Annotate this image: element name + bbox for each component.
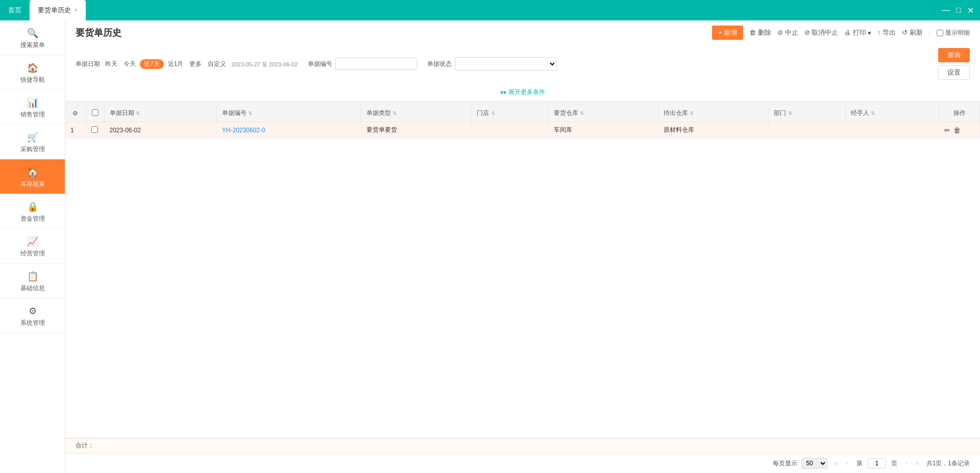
purchase-icon: 🛒 (27, 132, 38, 143)
tab-requisition-history[interactable]: 要货单历史 × (30, 0, 86, 20)
td-dept (769, 122, 846, 138)
sales-icon: 📊 (27, 97, 38, 108)
date-filter-label: 单据日期 (76, 60, 100, 68)
docno-link[interactable]: YH-20230602-0 (222, 127, 265, 134)
td-ops: ✏ 🗑 (939, 122, 980, 138)
th-docno[interactable]: 单据编号 ⇅ (216, 105, 361, 122)
query-button[interactable]: 查询 (938, 48, 970, 62)
sort-req-warehouse-icon: ⇅ (580, 110, 584, 116)
window-controls: — □ ✕ (942, 6, 980, 15)
per-page-select[interactable]: 50 10 20 100 (801, 458, 827, 469)
td-handler (846, 122, 939, 138)
display-detail-toggle[interactable]: 显示明细 (937, 29, 970, 37)
main-layout: 🔍 搜索菜单 🏠 快捷导航 📊 销售管理 🛒 采购管理 🏠 库存核算 🔒 资金管… (0, 20, 980, 473)
shortcut-custom[interactable]: 自定义 (206, 59, 228, 69)
page-title-row: 要货单历史 + 新增 🗑 删除 ⊘ 中止 ⊘ 取消中止 🖨 打印 ▾ ↑ 导出 … (76, 26, 970, 40)
date-shortcuts: 昨天 今天 近7天 近1月 更多 自定义 (103, 59, 228, 69)
th-dept[interactable]: 部门 ⇅ (769, 105, 846, 122)
first-page-button[interactable]: « (831, 459, 841, 468)
status-select[interactable] (455, 57, 557, 70)
refresh-button[interactable]: ↺ 刷新 (902, 28, 923, 37)
stop-button[interactable]: ⊘ 中止 (777, 28, 798, 37)
th-handler[interactable]: 经手人 ⇅ (846, 105, 939, 122)
select-all-checkbox[interactable] (92, 109, 99, 116)
filter-row-1: 单据日期 昨天 今天 近7天 近1月 更多 自定义 2023-05-27 至 2… (65, 44, 980, 84)
sidebar-item-sales[interactable]: 📊 销售管理 (0, 90, 65, 125)
expand-down-icon: ▾▾ (500, 89, 506, 96)
total-info: 共1页，1条记录 (926, 459, 970, 468)
close-icon[interactable]: ✕ (967, 6, 974, 15)
status-label: 单据状态 (427, 60, 452, 68)
last-page-button[interactable]: » (913, 459, 922, 468)
expand-more-button[interactable]: ▾▾ 展开更多条件 (500, 88, 545, 97)
table-row[interactable]: 1 2023-06-02 YH-20230602-0 要货单要货 车间库 原材料… (65, 122, 980, 138)
shortcut-more[interactable]: 更多 (187, 59, 204, 69)
sidebar-item-basic[interactable]: 📋 基础信息 (0, 264, 65, 298)
date-range-display: 2023-05-27 至 2023-06-02 (231, 61, 298, 68)
th-req-warehouse[interactable]: 要货仓库 ⇅ (548, 105, 658, 122)
tab-home[interactable]: 首页 (0, 0, 30, 20)
print-button[interactable]: 🖨 打印 ▾ (844, 28, 871, 37)
shortcut-today[interactable]: 今天 (121, 59, 138, 69)
sidebar-item-inventory[interactable]: 🏠 库存核算 (0, 159, 65, 194)
th-store[interactable]: 门店 ⇅ (472, 105, 549, 122)
td-doctype: 要货单要货 (361, 122, 472, 138)
th-settings[interactable]: ⚙ (65, 105, 86, 122)
setting-button[interactable]: 设置 (938, 65, 970, 80)
table-header-row: ⚙ 单据日期 ⇅ 单据编号 ⇅ 单据类型 ⇅ (65, 105, 980, 122)
date-filter-group: 单据日期 昨天 今天 近7天 近1月 更多 自定义 2023-05-27 至 2… (76, 59, 298, 69)
cancel-stop-button[interactable]: ⊘ 取消中止 (804, 28, 839, 37)
sidebar-item-system[interactable]: ⚙ 系统管理 (0, 298, 65, 333)
page-input[interactable] (868, 458, 886, 468)
sidebar-item-operation[interactable]: 📈 经营管理 (0, 229, 65, 264)
tab-close-icon[interactable]: × (74, 7, 78, 14)
maximize-icon[interactable]: □ (956, 6, 961, 15)
shortcut-yesterday[interactable]: 昨天 (103, 59, 119, 69)
content-area: 要货单历史 + 新增 🗑 删除 ⊘ 中止 ⊘ 取消中止 🖨 打印 ▾ ↑ 导出 … (65, 20, 980, 473)
th-ops: 操作 (939, 105, 980, 122)
td-index: 1 (65, 122, 86, 138)
inventory-icon: 🏠 (27, 167, 38, 178)
td-docno: YH-20230602-0 (216, 122, 361, 138)
sidebar-item-search-menu[interactable]: 🔍 搜索菜单 (0, 20, 65, 55)
sidebar-item-finance[interactable]: 🔒 资金管理 (0, 194, 65, 229)
sort-pending-warehouse-icon: ⇅ (690, 110, 694, 116)
shortcut-1month[interactable]: 近1月 (166, 59, 186, 69)
display-detail-checkbox[interactable] (937, 30, 943, 36)
row-checkbox[interactable] (91, 126, 98, 133)
doc-no-filter-group: 单据编号 (308, 58, 417, 70)
system-icon: ⚙ (29, 305, 37, 317)
sort-date-icon: ⇅ (136, 110, 140, 116)
toolbar-divider: | (929, 29, 930, 37)
minimize-icon[interactable]: — (942, 6, 950, 15)
th-doctype[interactable]: 单据类型 ⇅ (361, 105, 472, 122)
row-ops: ✏ 🗑 (944, 126, 974, 134)
pagination-bar: 每页显示 50 10 20 100 « ‹ 第 页 › » 共1页，1条记录 (65, 453, 980, 473)
sort-docno-icon: ⇅ (248, 110, 252, 116)
next-page-button[interactable]: › (902, 459, 911, 468)
row-delete-button[interactable]: 🗑 (953, 126, 961, 134)
sidebar-item-purchase[interactable]: 🛒 采购管理 (0, 125, 65, 159)
sort-dept-icon: ⇅ (788, 110, 792, 116)
row-edit-button[interactable]: ✏ (944, 126, 950, 134)
export-button[interactable]: ↑ 导出 (877, 28, 896, 37)
sidebar-item-quick-nav[interactable]: 🏠 快捷导航 (0, 55, 65, 90)
delete-button[interactable]: 🗑 删除 (749, 28, 771, 37)
th-date[interactable]: 单据日期 ⇅ (104, 105, 216, 122)
td-store (472, 122, 549, 138)
td-date: 2023-06-02 (104, 122, 216, 138)
page-title: 要货单历史 (76, 27, 121, 39)
th-pending-warehouse[interactable]: 待出仓库 ⇅ (658, 105, 769, 122)
doc-no-input[interactable] (335, 58, 417, 70)
operation-icon: 📈 (27, 236, 38, 247)
summary-label: 合计： (76, 442, 94, 449)
search-menu-icon: 🔍 (27, 28, 38, 39)
status-filter-group: 单据状态 (427, 57, 557, 70)
sort-doctype-icon: ⇅ (393, 110, 397, 116)
shortcut-7days[interactable]: 近7天 (140, 59, 164, 69)
sort-handler-icon: ⇅ (871, 110, 875, 116)
page-header: 要货单历史 + 新增 🗑 删除 ⊘ 中止 ⊘ 取消中止 🖨 打印 ▾ ↑ 导出 … (65, 20, 980, 44)
prev-page-button[interactable]: ‹ (843, 459, 851, 468)
data-table: ⚙ 单据日期 ⇅ 单据编号 ⇅ 单据类型 ⇅ (65, 105, 980, 138)
new-button[interactable]: + 新增 (712, 26, 743, 40)
